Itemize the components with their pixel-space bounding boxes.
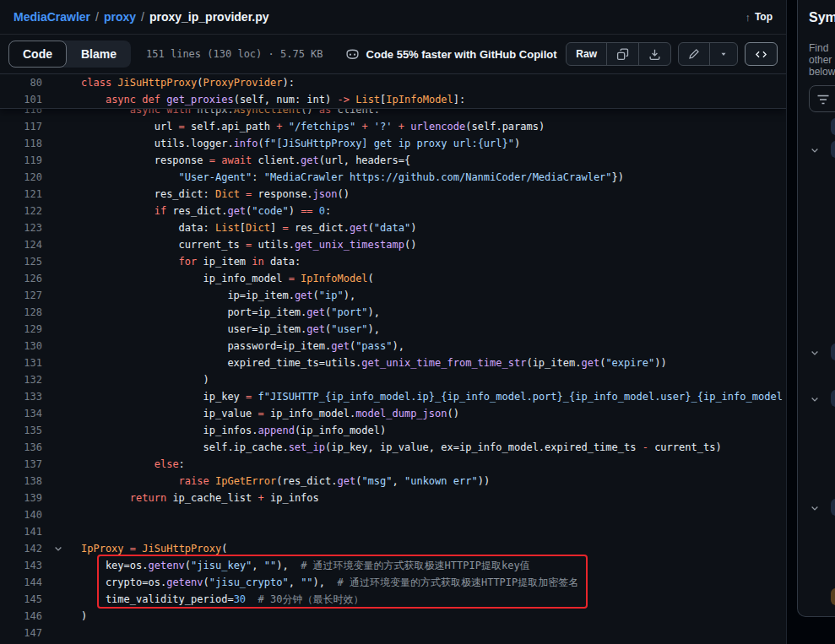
- gutter: [42, 422, 81, 439]
- code-line[interactable]: 129 user=ip_item.get("user"),: [0, 321, 786, 338]
- code-line[interactable]: 125 for ip_item in data:: [0, 253, 786, 270]
- code-line[interactable]: 101 async def get_proxies(self, num: int…: [0, 91, 786, 108]
- code-line[interactable]: 142IpProxy = JiSuHttpProxy(: [0, 540, 786, 557]
- tab-blame[interactable]: Blame: [67, 41, 131, 68]
- line-number[interactable]: 138: [0, 473, 42, 490]
- back-to-top-link[interactable]: ↑ Top: [745, 11, 773, 24]
- symbol-row[interactable]: [798, 390, 835, 407]
- code-line[interactable]: 127 ip=ip_item.get("ip"),: [0, 287, 786, 304]
- code-line[interactable]: 134 ip_value = ip_info_model.model_dump_…: [0, 405, 786, 422]
- line-number[interactable]: 117: [0, 118, 42, 135]
- line-number[interactable]: 130: [0, 338, 42, 354]
- code-text: ip_value = ip_info_model.model_dump_json…: [81, 405, 459, 422]
- code-line[interactable]: 147: [0, 625, 786, 641]
- code-line[interactable]: 126 ip_info_model = IpInfoModel(: [0, 270, 786, 287]
- line-number[interactable]: 101: [0, 91, 42, 108]
- symbol-chip[interactable]: [831, 344, 835, 360]
- code-line[interactable]: 119 response = await client.get(url, hea…: [0, 152, 786, 169]
- line-number[interactable]: 127: [0, 287, 42, 304]
- line-number[interactable]: 120: [0, 169, 42, 186]
- line-number[interactable]: 145: [0, 591, 42, 608]
- code-line[interactable]: 116 async with httpx.AsyncClient() as cl…: [0, 109, 786, 118]
- line-number[interactable]: 133: [0, 388, 42, 405]
- copy-button[interactable]: [606, 43, 638, 65]
- code-line[interactable]: 133 ip_key = f"JISUHTTP_{ip_info_model.i…: [0, 388, 786, 405]
- line-number[interactable]: 129: [0, 321, 42, 338]
- line-number[interactable]: 134: [0, 405, 42, 422]
- line-number[interactable]: 80: [0, 74, 42, 91]
- symbol-row[interactable]: [798, 499, 835, 516]
- code-line[interactable]: 140: [0, 506, 786, 523]
- line-number[interactable]: 126: [0, 270, 42, 287]
- code-line[interactable]: 118 utils.logger.info(f"[JiSuHttpProxy] …: [0, 135, 786, 152]
- line-number[interactable]: 131: [0, 354, 42, 371]
- code-line[interactable]: 120 "User-Agent": "MediaCrawler https://…: [0, 169, 786, 186]
- line-number[interactable]: 124: [0, 236, 42, 253]
- breadcrumb-repo-link[interactable]: MediaCrawler: [14, 10, 90, 24]
- code-line[interactable]: 145 time_validity_period=30 # 30分钟（最长时效）: [0, 591, 786, 608]
- line-number[interactable]: 135: [0, 422, 42, 439]
- gutter: [42, 608, 81, 625]
- code-line[interactable]: 143 key=os.getenv("jisu_key", ""), # 通过环…: [0, 557, 786, 574]
- code-line[interactable]: 135 ip_infos.append(ip_info_model): [0, 422, 786, 439]
- code-brackets-icon: [755, 48, 767, 61]
- code-line[interactable]: 122 if res_dict.get("code") == 0:: [0, 203, 786, 219]
- line-number[interactable]: 141: [0, 523, 42, 540]
- code-line[interactable]: 128 port=ip_item.get("port"),: [0, 304, 786, 321]
- line-number[interactable]: 122: [0, 203, 42, 219]
- code-line[interactable]: 141: [0, 523, 786, 540]
- symbol-chip[interactable]: [831, 141, 835, 158]
- code-line[interactable]: 139 return ip_cache_list + ip_infos: [0, 490, 786, 506]
- line-number[interactable]: 144: [0, 574, 42, 591]
- code-line[interactable]: 80class JiSuHttpProxy(ProxyProvider):: [0, 74, 786, 91]
- line-number[interactable]: 132: [0, 371, 42, 388]
- edit-button[interactable]: [679, 43, 709, 65]
- symbols-toggle-button[interactable]: [746, 43, 777, 65]
- line-number[interactable]: 143: [0, 557, 42, 574]
- line-number[interactable]: 146: [0, 608, 42, 625]
- code-line[interactable]: 124 current_ts = utils.get_unix_timestam…: [0, 236, 786, 253]
- line-number[interactable]: 147: [0, 625, 42, 641]
- gutter: [42, 304, 81, 321]
- line-number[interactable]: 121: [0, 186, 42, 203]
- line-number[interactable]: 139: [0, 490, 42, 506]
- breadcrumb-folder-link[interactable]: proxy: [104, 10, 136, 24]
- code-line[interactable]: 117 url = self.api_path + "/fetchips" + …: [0, 118, 786, 135]
- code-line[interactable]: 137 else:: [0, 456, 786, 473]
- code-line[interactable]: 144 crypto=os.getenv("jisu_crypto", ""),…: [0, 574, 786, 591]
- filter-button[interactable]: [809, 85, 835, 112]
- raw-button[interactable]: Raw: [567, 43, 606, 65]
- code-line[interactable]: 123 data: List[Dict] = res_dict.get("dat…: [0, 219, 786, 236]
- line-number[interactable]: 140: [0, 506, 42, 523]
- edit-dropdown-button[interactable]: [709, 43, 737, 65]
- symbol-chip[interactable]: [831, 499, 835, 516]
- symbol-chip[interactable]: [831, 588, 835, 605]
- tab-code[interactable]: Code: [8, 41, 67, 68]
- line-number[interactable]: 123: [0, 219, 42, 236]
- code-line[interactable]: 131 expired_time_ts=utils.get_unix_time_…: [0, 354, 786, 371]
- code-line[interactable]: 121 res_dict: Dict = response.json(): [0, 186, 786, 203]
- code-line[interactable]: 136 self.ip_cache.set_ip(ip_key, ip_valu…: [0, 439, 786, 456]
- symbol-row[interactable]: [798, 344, 835, 360]
- code-text: password=ip_item.get("pass"),: [81, 338, 404, 354]
- code-line[interactable]: 138 raise IpGetError(res_dict.get("msg",…: [0, 473, 786, 490]
- line-number[interactable]: 125: [0, 253, 42, 270]
- line-number[interactable]: 128: [0, 304, 42, 321]
- symbol-row[interactable]: [798, 141, 835, 158]
- line-number[interactable]: 119: [0, 152, 42, 169]
- gutter: [42, 506, 81, 523]
- line-number[interactable]: 142: [0, 540, 42, 557]
- line-number[interactable]: 136: [0, 439, 42, 456]
- symbol-row[interactable]: [798, 118, 835, 135]
- line-number[interactable]: 116: [0, 109, 42, 118]
- symbol-row[interactable]: [798, 588, 835, 605]
- symbol-chip[interactable]: [831, 118, 835, 135]
- fold-toggle[interactable]: [42, 540, 81, 557]
- symbol-chip[interactable]: [831, 390, 835, 407]
- line-number[interactable]: 118: [0, 135, 42, 152]
- code-line[interactable]: 132 ): [0, 371, 786, 388]
- line-number[interactable]: 137: [0, 456, 42, 473]
- code-line[interactable]: 130 password=ip_item.get("pass"),: [0, 338, 786, 354]
- code-line[interactable]: 146): [0, 608, 786, 625]
- download-button[interactable]: [638, 43, 670, 65]
